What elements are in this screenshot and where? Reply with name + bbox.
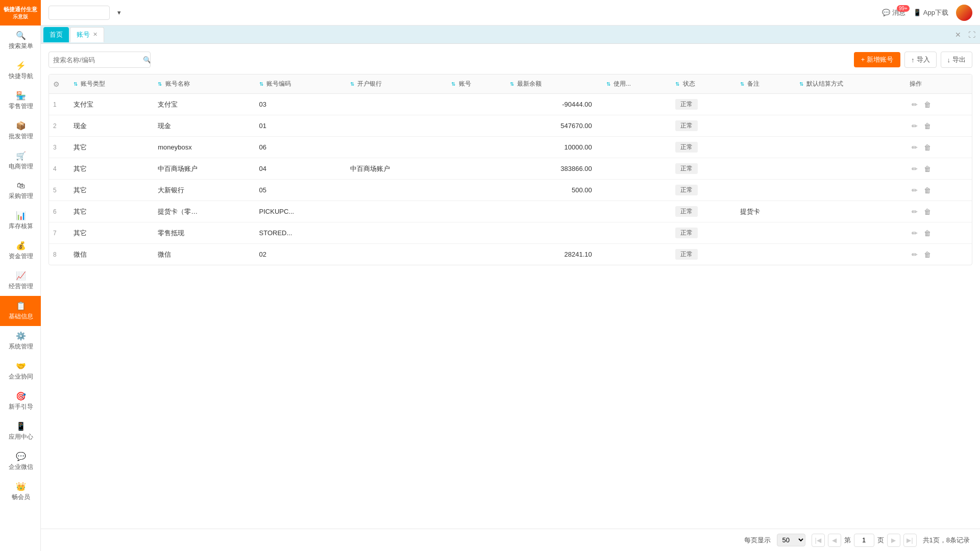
sidebar-item-search[interactable]: 🔍 搜索菜单: [0, 26, 41, 56]
sidebar-item-enterprise[interactable]: 🤝 企业协同: [0, 356, 41, 386]
last-page-button[interactable]: ▶|: [903, 534, 917, 547]
message-button[interactable]: 💬 消息 99+: [882, 8, 905, 17]
table-row: 1 支付宝 支付宝 03 -90444.00 正常 ✏ 🗑: [49, 94, 972, 115]
delete-button[interactable]: 🗑: [922, 142, 933, 153]
status-badge: 正常: [675, 163, 698, 174]
page-label: 第: [844, 536, 851, 545]
row-bank: [346, 137, 447, 158]
row-account: [447, 201, 506, 222]
page-size-select[interactable]: 50 100 200: [777, 534, 805, 546]
tab-home-label: 首页: [50, 30, 63, 39]
row-account: [447, 244, 506, 265]
row-account: [447, 115, 506, 137]
page-input[interactable]: [854, 534, 874, 547]
sidebar-item-wholesale[interactable]: 📦 批发管理: [0, 116, 41, 146]
delete-button[interactable]: 🗑: [922, 164, 933, 174]
user-avatar[interactable]: [956, 5, 972, 21]
col-action: 操作: [905, 74, 972, 94]
sidebar-item-retail[interactable]: 🏪 零售管理: [0, 86, 41, 116]
tab-fullscreen-button[interactable]: ⛶: [966, 30, 977, 40]
row-account: [447, 180, 506, 201]
basic-icon: 📋: [16, 301, 26, 311]
edit-button[interactable]: ✏: [910, 121, 920, 131]
row-status: 正常: [671, 158, 736, 180]
next-page-button[interactable]: ▶: [887, 534, 900, 547]
sidebar-item-member[interactable]: 👑 畅会员: [0, 477, 41, 507]
col-account: ⇅ 账号: [447, 74, 506, 94]
sidebar-item-label: 企业微信: [9, 463, 33, 471]
delete-button[interactable]: 🗑: [922, 228, 933, 238]
enterprise-icon: 🤝: [16, 361, 26, 371]
table-row: 7 其它 零售抵现 STORED... 正常 ✏ 🗑: [49, 222, 972, 244]
sidebar-item-basic[interactable]: 📋 基础信息: [0, 296, 41, 326]
edit-button[interactable]: ✏: [910, 99, 920, 110]
sidebar-item-ecommerce[interactable]: 🛒 电商管理: [0, 146, 41, 176]
tab-home[interactable]: 首页: [43, 27, 69, 42]
col-action-label: 操作: [910, 80, 922, 87]
tab-close-icon[interactable]: ✕: [93, 31, 97, 38]
sidebar-item-label: 企业协同: [9, 372, 33, 381]
search-input[interactable]: [49, 56, 143, 64]
export-button[interactable]: ↓ 导出: [941, 52, 973, 68]
edit-button[interactable]: ✏: [910, 228, 920, 238]
sort-icon: ⇅: [740, 81, 744, 87]
row-num: 8: [49, 244, 69, 265]
app-download-button[interactable]: 📱 App下载: [913, 8, 948, 17]
tab-account[interactable]: 账号 ✕: [70, 27, 104, 42]
import-button[interactable]: ↑ 导入: [904, 52, 937, 68]
edit-button[interactable]: ✏: [910, 207, 920, 217]
topbar-search-input[interactable]: [48, 6, 110, 20]
row-account: [447, 94, 506, 115]
row-balance: 547670.00: [506, 115, 602, 137]
sidebar-item-newguide[interactable]: 🎯 新手引导: [0, 386, 41, 416]
settings-icon[interactable]: ⚙: [53, 80, 60, 88]
sidebar-item-purchase[interactable]: 🛍 采购管理: [0, 176, 41, 206]
tab-close-window-button[interactable]: ✕: [953, 30, 963, 40]
row-code: STORED...: [255, 222, 347, 244]
table-body: 1 支付宝 支付宝 03 -90444.00 正常 ✏ 🗑 2 现金 现金 01…: [49, 94, 972, 265]
sidebar-item-inventory[interactable]: 📊 库存核算: [0, 206, 41, 236]
sidebar-item-quicknav[interactable]: ⚡ 快捷导航: [0, 56, 41, 86]
delete-button[interactable]: 🗑: [922, 99, 933, 110]
col-name: ⇅ 账号名称: [154, 74, 255, 94]
row-status: 正常: [671, 222, 736, 244]
row-bank: [346, 244, 447, 265]
sidebar-item-finance[interactable]: 💰 资金管理: [0, 236, 41, 266]
sidebar-item-corpwechat[interactable]: 💬 企业微信: [0, 446, 41, 477]
col-settings[interactable]: ⚙: [49, 74, 69, 94]
row-remark: [736, 180, 795, 201]
col-status-label: 状态: [683, 80, 695, 87]
export-icon: ↓: [947, 56, 951, 64]
tab-account-label: 账号: [77, 30, 90, 39]
app-logo: 畅捷通付生意 乐意版: [0, 0, 41, 26]
row-name: 支付宝: [154, 94, 255, 115]
search-button[interactable]: 🔍: [143, 52, 151, 68]
import-icon: ↑: [911, 56, 915, 64]
row-name: 零售抵现: [154, 222, 255, 244]
operations-icon: 📈: [16, 271, 26, 281]
row-code: 05: [255, 180, 347, 201]
delete-button[interactable]: 🗑: [922, 207, 933, 217]
topbar-dropdown[interactable]: ▾: [117, 9, 121, 16]
first-page-button[interactable]: |◀: [812, 534, 825, 547]
add-account-button[interactable]: + 新增账号: [854, 52, 900, 67]
edit-button[interactable]: ✏: [910, 142, 920, 153]
delete-button[interactable]: 🗑: [922, 249, 933, 260]
edit-button[interactable]: ✏: [910, 164, 920, 174]
sidebar-item-label: 经营管理: [9, 282, 33, 291]
sidebar-item-system[interactable]: ⚙️ 系统管理: [0, 326, 41, 356]
sidebar-item-operations[interactable]: 📈 经营管理: [0, 266, 41, 296]
total-info: 共1页，8条记录: [923, 536, 970, 545]
edit-button[interactable]: ✏: [910, 249, 920, 260]
row-action: ✏ 🗑: [905, 244, 972, 265]
row-type: 微信: [69, 244, 154, 265]
delete-button[interactable]: 🗑: [922, 121, 933, 131]
prev-page-button[interactable]: ◀: [828, 534, 841, 547]
delete-button[interactable]: 🗑: [922, 185, 933, 195]
sort-icon: ⇅: [606, 81, 610, 87]
row-name: 中百商场账户: [154, 158, 255, 180]
edit-button[interactable]: ✏: [910, 185, 920, 195]
row-default-payment: [795, 201, 905, 222]
sidebar-item-appcenter[interactable]: 📱 应用中心: [0, 416, 41, 446]
row-type: 现金: [69, 115, 154, 137]
